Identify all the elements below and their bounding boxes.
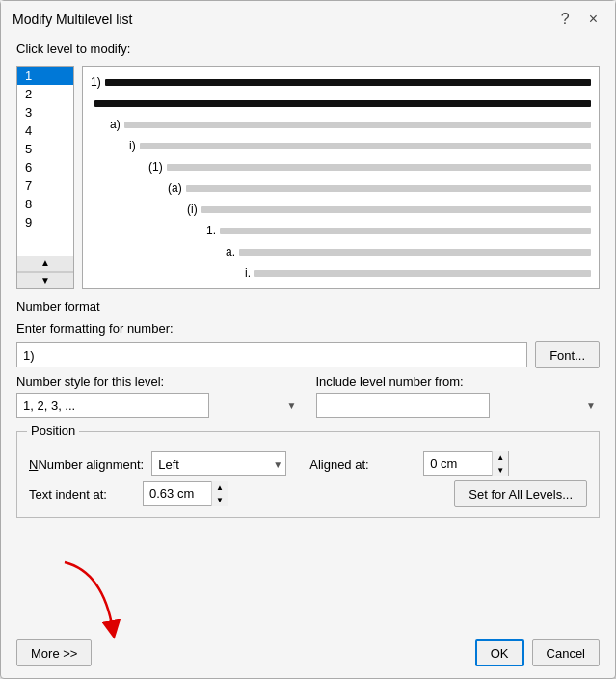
- dialog-body: Click level to modify: 123456789 ▲ ▼ 1)a…: [1, 34, 615, 632]
- more-btn-wrapper: More >>: [16, 639, 92, 666]
- alignment-row: NNumber alignment: Left ▼ Aligned at: 0 …: [29, 451, 587, 476]
- aligned-at-label: Aligned at:: [309, 457, 415, 472]
- text-indent-spinner: 0.63 cm ▲ ▼: [143, 481, 228, 506]
- include-select-arrow: ▼: [586, 400, 596, 411]
- modify-multilevel-dialog: Modify Multilevel list ? × Click level t…: [0, 0, 616, 679]
- aligned-at-up[interactable]: ▲: [493, 451, 508, 464]
- preview-prefix: (i): [187, 203, 198, 216]
- title-bar-controls: ? ×: [555, 9, 603, 30]
- preview-bar: [94, 100, 591, 107]
- text-indent-spinner-btns: ▲ ▼: [211, 481, 228, 506]
- ok-button[interactable]: OK: [475, 639, 524, 666]
- preview-prefix: a.: [226, 245, 235, 258]
- aligned-at-spinner-btns: ▲ ▼: [492, 451, 508, 476]
- level-scroll-up[interactable]: ▲: [17, 256, 73, 272]
- dialog-footer: More >> OK Cancel: [1, 632, 615, 678]
- include-select-wrapper: ▼: [316, 393, 601, 418]
- text-indent-value: 0.63 cm: [144, 482, 211, 505]
- level-item-2[interactable]: 2: [17, 85, 73, 103]
- preview-line: i.: [91, 263, 591, 283]
- format-row: Font...: [16, 341, 600, 368]
- footer-right: OK Cancel: [475, 639, 600, 666]
- include-col: Include level number from: ▼: [316, 374, 601, 418]
- help-button[interactable]: ?: [555, 9, 576, 30]
- level-item-9[interactable]: 9: [17, 213, 73, 231]
- preview-bar: [105, 79, 591, 86]
- style-select-arrow: ▼: [287, 400, 297, 411]
- text-indent-row: Text indent at: 0.63 cm ▲ ▼ Set for All …: [29, 480, 587, 507]
- format-input[interactable]: [16, 342, 527, 367]
- set-all-levels-button[interactable]: Set for All Levels...: [454, 480, 587, 507]
- preview-line: 1.: [91, 221, 591, 240]
- aligned-at-down[interactable]: ▼: [493, 464, 508, 476]
- font-button[interactable]: Font...: [535, 341, 600, 368]
- footer-left: More >>: [16, 639, 92, 666]
- preview-box: 1)a)i)(1)(a)(i)1.a.i.: [82, 66, 600, 289]
- number-format-section: Number format Enter formatting for numbe…: [16, 299, 600, 418]
- preview-line: (i): [91, 200, 591, 219]
- preview-bar: [124, 122, 591, 128]
- preview-bar: [167, 164, 591, 171]
- alignment-select[interactable]: Left: [151, 451, 286, 476]
- level-section: 123456789 ▲ ▼ 1)a)i)(1)(a)(i)1.a.i.: [16, 66, 600, 289]
- level-label: Click level to modify:: [16, 41, 600, 56]
- format-label: Enter formatting for number:: [16, 321, 600, 336]
- preview-line: (1): [91, 157, 591, 177]
- text-indent-up[interactable]: ▲: [212, 481, 228, 494]
- position-section: Position NNumber alignment: Left ▼ Align…: [16, 431, 600, 518]
- preview-bar: [239, 249, 591, 256]
- level-list: 123456789: [17, 67, 73, 256]
- include-select[interactable]: [316, 393, 490, 418]
- preview-line: i): [91, 136, 591, 155]
- style-include-row: Number style for this level: 1, 2, 3, ..…: [16, 374, 600, 418]
- level-item-6[interactable]: 6: [17, 158, 73, 177]
- preview-prefix: i.: [245, 266, 251, 280]
- preview-bar: [201, 206, 591, 213]
- preview-prefix: a): [110, 118, 121, 131]
- preview-prefix: (1): [148, 160, 163, 174]
- level-item-5[interactable]: 5: [17, 140, 73, 158]
- preview-line: a): [91, 115, 591, 134]
- style-select-wrapper: 1, 2, 3, ... ▼: [16, 393, 301, 418]
- preview-line: (a): [91, 178, 591, 198]
- preview-prefix: 1.: [206, 224, 216, 237]
- aligned-at-spinner: 0 cm ▲ ▼: [423, 451, 509, 476]
- preview-prefix: 1): [91, 75, 101, 89]
- text-indent-down[interactable]: ▼: [212, 494, 228, 506]
- level-item-3[interactable]: 3: [17, 103, 73, 122]
- aligned-at-value: 0 cm: [424, 452, 492, 475]
- level-scroll-down[interactable]: ▼: [17, 272, 73, 288]
- cancel-button[interactable]: Cancel: [532, 639, 600, 666]
- more-button[interactable]: More >>: [16, 639, 92, 666]
- title-bar: Modify Multilevel list ? ×: [1, 1, 615, 34]
- position-title: Position: [27, 423, 79, 438]
- preview-bar: [186, 185, 591, 192]
- preview-line: [91, 94, 591, 113]
- style-label: Number style for this level:: [16, 374, 301, 389]
- alignment-select-wrapper: Left ▼: [151, 451, 286, 476]
- level-item-7[interactable]: 7: [17, 177, 73, 195]
- level-item-4[interactable]: 4: [17, 122, 73, 140]
- alignment-label: NNumber alignment:: [29, 457, 144, 472]
- style-col: Number style for this level: 1, 2, 3, ..…: [16, 374, 301, 418]
- preview-prefix: i): [129, 139, 136, 152]
- preview-bar: [140, 143, 591, 149]
- level-list-container: 123456789 ▲ ▼: [16, 66, 74, 289]
- preview-prefix: (a): [168, 181, 182, 195]
- close-button[interactable]: ×: [583, 9, 603, 30]
- number-format-title: Number format: [16, 299, 600, 313]
- preview-bar: [220, 228, 591, 234]
- dialog-title: Modify Multilevel list: [13, 12, 132, 27]
- text-indent-label: Text indent at:: [29, 487, 135, 502]
- preview-line: 1): [91, 72, 591, 92]
- preview-bar: [254, 270, 591, 277]
- level-item-8[interactable]: 8: [17, 195, 73, 213]
- preview-line: a.: [91, 242, 591, 261]
- click-level-label: Click level to modify:: [16, 41, 130, 56]
- style-select[interactable]: 1, 2, 3, ...: [16, 393, 209, 418]
- include-label: Include level number from:: [316, 374, 601, 389]
- level-item-1[interactable]: 1: [17, 67, 73, 85]
